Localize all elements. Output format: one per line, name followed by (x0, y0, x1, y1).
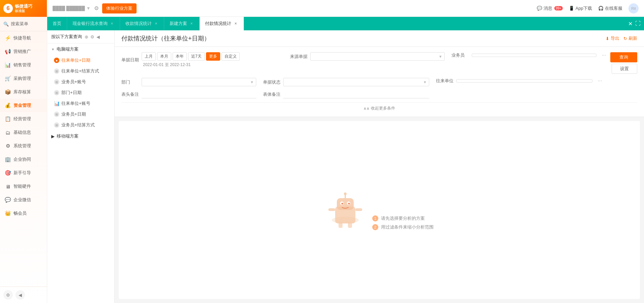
sidebar-item-member[interactable]: 👑 畅会员 (0, 207, 47, 220)
tab-new-scheme-label: 新建方案 (170, 21, 187, 27)
tab-bank-flow[interactable]: 现金银行流水查询 × (67, 17, 120, 30)
query-btn[interactable]: 查询 (610, 52, 637, 62)
sidebar-item-operation[interactable]: 📋 经营管理 (0, 112, 47, 126)
source-label: 来源单据 (290, 54, 308, 60)
status-select[interactable]: ▾ (283, 78, 429, 86)
source-select[interactable]: ▾ (310, 52, 445, 61)
status-label: 单据状态 (263, 79, 281, 85)
page-title: 付款情况统计（往来单位+日期） (121, 34, 210, 42)
sidebar-item-inventory[interactable]: 📦 库存核算 (0, 85, 47, 99)
sidebar-item-hardware[interactable]: 🖥 智能硬件 (0, 180, 47, 193)
scheme-item-dept-date[interactable]: ⊞ 部门+日期 (50, 87, 114, 98)
dept-select[interactable]: ▾ (142, 78, 256, 86)
export-btn[interactable]: ⬇ 导出 (606, 35, 619, 41)
date-custom-btn[interactable]: 自定义 (222, 52, 240, 61)
messages-label: 消息 (544, 5, 552, 11)
online-service-label: 在线客服 (605, 5, 622, 11)
sidebar-item-sales[interactable]: 📊 销售管理 (0, 58, 47, 72)
tab-bank-flow-close[interactable]: × (110, 21, 114, 26)
tab-payment-stats[interactable]: 付款情况统计 × (200, 17, 244, 30)
add-scheme-btn[interactable]: ⊕ (85, 34, 88, 39)
scheme-items-list: ● 往来单位+日期 ⊞ 往来单位+结算方式 ⊞ 业务员+账号 ⊞ 部门+日期 📊 (47, 55, 114, 130)
sidebar-item-guide[interactable]: 🎯 新手引导 (0, 166, 47, 180)
tab-receipt-stats[interactable]: 收款情况统计 × (120, 17, 164, 30)
staff-select[interactable] (472, 54, 596, 57)
messages-btn[interactable]: 💬 消息 99+ (537, 5, 563, 11)
date-label: 单据日期 (121, 57, 139, 63)
refresh-btn[interactable]: ↻ 刷新 (623, 35, 637, 41)
scheme-item-staff-account[interactable]: ⊞ 业务员+账号 (50, 77, 114, 87)
empty-state: 1 请先选择要分析的方案 2 用过滤条件来缩小分析范围 (119, 121, 640, 299)
user-avatar[interactable]: Rit (628, 3, 639, 13)
sidebar-item-quick-nav[interactable]: ⚡ 快捷导航 (0, 31, 47, 45)
refresh-label: 刷新 (628, 35, 637, 41)
scheme-label-dept-date: 部门+日期 (61, 90, 82, 96)
sidebar-label-marketing: 营销推广 (13, 49, 31, 55)
tab-new-scheme[interactable]: 新建方案 × (164, 17, 200, 30)
sidebar-item-capital[interactable]: 💰 资金管理 (0, 99, 47, 112)
tab-receipt-stats-close[interactable]: × (154, 21, 158, 26)
partner-more-btn[interactable]: ··· (598, 78, 602, 84)
date-7days[interactable]: 近7天 (188, 52, 205, 61)
body-note-input[interactable] (283, 90, 429, 98)
header-note-input[interactable] (142, 90, 256, 98)
scheme-item-staff-payment[interactable]: ⊞ 业务员+结算方式 (50, 120, 114, 130)
company-dropdown-icon: ▼ (86, 6, 91, 11)
phone-icon: 📱 (569, 6, 574, 11)
sidebar-item-purchase[interactable]: 🛒 采购管理 (0, 72, 47, 85)
date-range-display: 2022-01-01 至 2022-12-31 (143, 62, 191, 68)
date-this-month[interactable]: 本月 (157, 52, 171, 61)
online-service-btn[interactable]: 🎧 在线客服 (598, 5, 622, 11)
close-all-tabs-btn[interactable]: ✕ (628, 21, 633, 27)
main-container: ████ ██████ ▼ ⚙ 体验行业方案 💬 消息 99+ 📱 App下载 … (47, 0, 644, 303)
tab-new-scheme-close[interactable]: × (189, 21, 194, 26)
sidebar-logo: 6 畅捷通巧 标准版 (0, 0, 47, 17)
date-buttons: 上月 本月 本年 近7天 更多 自定义 2022-01-01 至 2022-12… (142, 52, 283, 68)
sidebar-item-marketing[interactable]: 📢 营销推广 (0, 45, 47, 58)
mobile-schemes-category[interactable]: ▶ 移动端方案 (47, 130, 114, 142)
logo-sub: 标准版 (15, 9, 32, 13)
collapse-sidebar-btn[interactable]: ◀ (16, 290, 25, 300)
tab-payment-stats-close[interactable]: × (233, 21, 238, 26)
search-menu-btn[interactable]: 🔍 搜索菜单 (3, 20, 43, 28)
app-download-btn[interactable]: 📱 App下载 (569, 5, 592, 11)
maximize-btn[interactable]: ⛶ (635, 21, 641, 27)
date-this-year[interactable]: 本年 (173, 52, 187, 61)
partner-select[interactable] (456, 79, 592, 83)
scheme-item-partner-date[interactable]: ● 往来单位+日期 (50, 55, 114, 66)
settings-bottom-btn[interactable]: ⚙ (3, 290, 13, 300)
pc-schemes-category[interactable]: ▼ 电脑端方案 (47, 43, 114, 55)
svg-rect-11 (339, 223, 343, 228)
sidebar-item-enterprise[interactable]: 🏢 企业协同 (0, 153, 47, 166)
collapse-up-icon: ∧∧ (363, 106, 370, 111)
sidebar-label-operation: 经营管理 (13, 116, 31, 122)
staff-label: 业务员 (451, 52, 469, 58)
company-selector[interactable]: ████ ██████ ▼ (53, 6, 91, 11)
collapse-scheme-btn[interactable]: ◀ (96, 34, 100, 39)
member-icon: 👑 (5, 210, 11, 216)
staff-more-btn[interactable]: ··· (602, 52, 606, 58)
scheme-item-partner-account[interactable]: 📊 往来单位+账号 (50, 98, 114, 109)
pc-category-label: 电脑端方案 (57, 46, 79, 52)
sidebar-item-wechat[interactable]: 💬 企业微信 (0, 193, 47, 207)
export-label: 导出 (611, 35, 619, 41)
logo-icon: 6 (3, 4, 13, 13)
settings-icon[interactable]: ⚙ (94, 5, 99, 11)
scheme-icon-partner-payment: ⊞ (54, 68, 59, 74)
wechat-icon: 💬 (5, 197, 11, 203)
scheme-item-partner-payment[interactable]: ⊞ 往来单位+结算方式 (50, 66, 114, 77)
date-last-month[interactable]: 上月 (142, 52, 156, 61)
mobile-category-label: 移动端方案 (57, 133, 79, 139)
sidebar-search-area[interactable]: 🔍 搜索菜单 (0, 17, 47, 31)
set-btn[interactable]: 设置 (612, 64, 637, 74)
sidebar-item-basic[interactable]: 🗂 基础信息 (0, 126, 47, 139)
settings-scheme-btn[interactable]: ⚙ (90, 34, 94, 39)
search-menu-label: 搜索菜单 (11, 21, 28, 27)
tab-home[interactable]: 首页 (47, 17, 67, 30)
sidebar-item-system[interactable]: ⚙ 系统管理 (0, 139, 47, 153)
date-more-btn[interactable]: 更多 (206, 52, 220, 61)
page-header: 付款情况统计（往来单位+日期） ⬇ 导出 ↻ 刷新 (115, 30, 644, 47)
filter-collapse-btn[interactable]: ∧∧ 收起更多条件 (121, 102, 637, 114)
scheme-item-staff-date[interactable]: ⊞ 业务员+日期 (50, 109, 114, 120)
industry-btn[interactable]: 体验行业方案 (102, 3, 137, 13)
